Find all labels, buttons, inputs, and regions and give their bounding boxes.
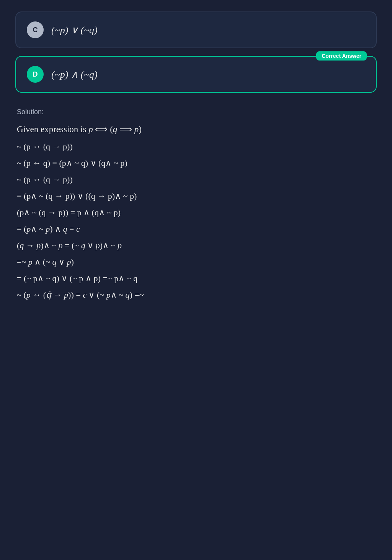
option-c-letter: C <box>27 21 44 38</box>
option-d-letter: D <box>27 66 44 83</box>
solution-line-10: = (~ p∧ ~ q) ∨ (~ p ∧ p) =~ p∧ ~ q <box>17 272 375 285</box>
option-d-text: (~p) ∧ (~q) <box>51 69 98 80</box>
solution-line-9: =~ p ∧ (~ q ∨ p) <box>17 255 375 268</box>
solution-line-3: ~ (p ↔ q) = (p∧ ~ q) ∨ (q∧ ~ p) <box>17 157 375 169</box>
solution-label: Solution: <box>17 108 375 116</box>
solution-line-4: ~ (p ↔ (q → p)) <box>17 173 375 186</box>
solution-line-8: (q → p)∧ ~ p = (~ q ∨ p)∧ ~ p <box>17 239 375 252</box>
solution-line-6: (p∧ ~ (q → p)) = p ∧ (q∧ ~ p) <box>17 206 375 219</box>
solution-section: Solution: Given expression is p ⟺ (q ⟹ p… <box>15 108 377 301</box>
solution-line-11: ~ (p ↔ (q̇ → p)) = c ∨ (~ p∧ ~ q) =~ <box>17 288 375 301</box>
option-c-card[interactable]: C (~p) ∨ (~q) <box>15 11 377 48</box>
correct-answer-badge: Correct Answer <box>316 51 367 61</box>
option-d-card[interactable]: Correct Answer D (~p) ∧ (~q) <box>15 56 377 93</box>
solution-line-5: = (p∧ ~ (q → p)) ∨ ((q → p)∧ ~ p) <box>17 190 375 202</box>
solution-line-7: = (p∧ ~ p) ∧ q = c <box>17 223 375 235</box>
solution-line-1: Given expression is p ⟺ (q ⟹ p) <box>17 123 375 136</box>
solution-line-2: ~ (p ↔ (q → p)) <box>17 140 375 153</box>
option-c-text: (~p) ∨ (~q) <box>51 24 98 36</box>
